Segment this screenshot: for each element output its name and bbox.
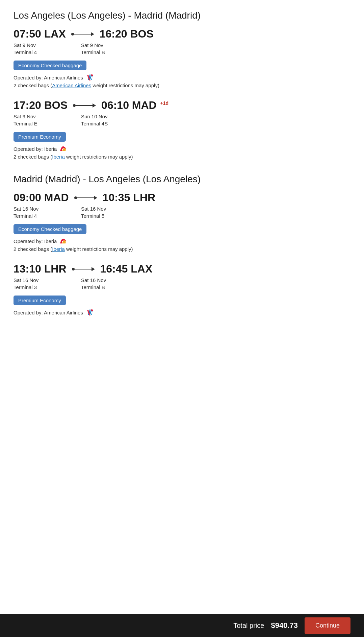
badge-premium-economy-2: Premium Economy (14, 296, 66, 305)
arr-date-1: Sat 9 Nov (81, 42, 149, 48)
badge-premium-economy-1: Premium Economy (14, 132, 66, 142)
bags-link-1[interactable]: American Airlines (52, 82, 91, 88)
arr-date-2: Sun 10 Nov (81, 114, 149, 119)
dep-terminal-2: Terminal E (14, 121, 81, 126)
flight-arrow-1 (71, 32, 94, 36)
arr-time-airport-2: 06:10 MAD +1d (101, 99, 168, 112)
arr-time-airport-1: 16:20 BOS (100, 28, 154, 40)
flight-times-row-4: 13:10 LHR 16:45 LAX (14, 263, 350, 275)
bags-link-2[interactable]: Iberia (52, 154, 65, 160)
bags-info-3: 2 checked bags (Iberia weight restrictio… (14, 246, 350, 252)
arr-time-airport-3: 10:35 LHR (103, 191, 156, 204)
outbound-segment-2: 17:20 BOS 06:10 MAD +1d Sat 9 Nov Sun 10… (14, 99, 350, 160)
dep-time-airport-1: 07:50 LAX (14, 28, 66, 40)
outbound-segment-1: 07:50 LAX 16:20 BOS Sat 9 Nov Sat 9 Nov … (14, 28, 350, 88)
flight-times-row: 07:50 LAX 16:20 BOS (14, 28, 350, 40)
dep-date-2: Sat 9 Nov (14, 114, 81, 119)
inbound-segment-2: 13:10 LHR 16:45 LAX Sat 16 Nov Sat 16 No… (14, 263, 350, 316)
flight-arrow-4 (72, 267, 95, 271)
dep-terminal-3: Terminal 4 (14, 213, 81, 219)
inbound-route-header: Madrid (Madrid) - Los Angeles (Los Angel… (14, 170, 350, 185)
iberia-logo-2 (59, 237, 68, 245)
badge-economy-checked-2: Economy Checked baggage (14, 224, 86, 234)
flight-dates-1: Sat 9 Nov Sat 9 Nov (14, 42, 350, 48)
arr-terminal-2: Terminal 4S (81, 121, 149, 126)
page-container: Los Angeles (Los Angeles) - Madrid (Madr… (0, 0, 364, 334)
flight-dates-4: Sat 16 Nov Sat 16 Nov (14, 277, 350, 283)
flight-arrow-2 (73, 103, 96, 108)
arr-terminal-4: Terminal B (81, 284, 149, 290)
bags-info-1: 2 checked bags (American Airlines weight… (14, 82, 350, 88)
flight-terminals-3: Terminal 4 Terminal 5 (14, 213, 350, 219)
flight-terminals-4: Terminal 3 Terminal B (14, 284, 350, 290)
flight-dates-3: Sat 16 Nov Sat 16 Nov (14, 206, 350, 212)
operated-by-4: Operated by: American Airlines (14, 309, 350, 316)
operated-by-2: Operated by: Iberia (14, 145, 350, 152)
flight-times-row-3: 09:00 MAD 10:35 LHR (14, 191, 350, 204)
arr-date-4: Sat 16 Nov (81, 277, 149, 283)
bags-link-3[interactable]: Iberia (52, 246, 65, 252)
operated-by-1: Operated by: American Airlines (14, 74, 350, 81)
operated-by-3: Operated by: Iberia (14, 237, 350, 245)
dep-date-3: Sat 16 Nov (14, 206, 81, 212)
dep-time-airport-3: 09:00 MAD (14, 191, 69, 204)
dep-time-airport-4: 13:10 LHR (14, 263, 67, 275)
flight-dates-2: Sat 9 Nov Sun 10 Nov (14, 114, 350, 119)
arr-terminal-3: Terminal 5 (81, 213, 149, 219)
dep-terminal-1: Terminal 4 (14, 49, 81, 55)
dep-time-airport-2: 17:20 BOS (14, 99, 68, 112)
flight-terminals-1: Terminal 4 Terminal B (14, 49, 350, 55)
flight-times-row-2: 17:20 BOS 06:10 MAD +1d (14, 99, 350, 112)
outbound-route-header: Los Angeles (Los Angeles) - Madrid (Madr… (14, 7, 350, 21)
flight-terminals-2: Terminal E Terminal 4S (14, 121, 350, 126)
bags-info-2: 2 checked bags (Iberia weight restrictio… (14, 154, 350, 160)
inbound-segment-1: 09:00 MAD 10:35 LHR Sat 16 Nov Sat 16 No… (14, 191, 350, 252)
flight-arrow-3 (74, 196, 97, 200)
aa-logo-1 (85, 74, 95, 81)
dep-date-4: Sat 16 Nov (14, 277, 81, 283)
aa-logo-2 (85, 309, 95, 316)
arr-date-3: Sat 16 Nov (81, 206, 149, 212)
arr-terminal-1: Terminal B (81, 49, 149, 55)
dep-terminal-4: Terminal 3 (14, 284, 81, 290)
iberia-logo-1 (59, 145, 68, 152)
badge-economy-checked-1: Economy Checked baggage (14, 61, 86, 70)
dep-date-1: Sat 9 Nov (14, 42, 81, 48)
arr-time-airport-4: 16:45 LAX (100, 263, 153, 275)
